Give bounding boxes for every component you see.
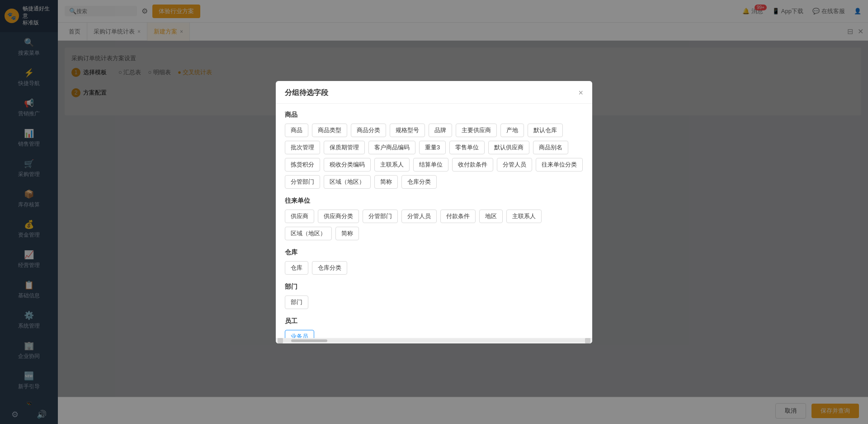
field-tag-goods-type[interactable]: 商品类型 [312, 124, 347, 137]
field-tag-customer-code[interactable]: 客户商品编码 [368, 141, 415, 154]
field-section-title-department: 部门 [285, 283, 583, 291]
field-section-partner: 往来单位供应商供应商分类分管部门分管人员付款条件地区主联系人区域（地区）简称 [285, 197, 583, 240]
modal-header: 分组待选字段 × [276, 81, 592, 104]
field-section-title-goods: 商品 [285, 111, 583, 119]
field-section-department: 部门部门 [285, 283, 583, 309]
field-tag-short2[interactable]: 简称 [335, 227, 359, 240]
field-tag-supplier[interactable]: 供应商 [285, 210, 314, 223]
field-tag-dept-staff[interactable]: 分管人员 [401, 210, 437, 223]
field-tag-region[interactable]: 区域（地区） [324, 175, 371, 189]
field-tag-payment-terms[interactable]: 收付款条件 [452, 158, 493, 172]
field-tag-batch-mgmt[interactable]: 批次管理 [285, 141, 320, 154]
field-tag-short-name[interactable]: 简称 [374, 175, 398, 189]
field-tag-pay-terms[interactable]: 付款条件 [440, 210, 476, 223]
modal-close-btn[interactable]: × [578, 89, 583, 97]
field-tag-manager[interactable]: 分管人员 [497, 158, 532, 172]
field-tags-goods: 商品商品类型商品分类规格型号品牌主要供应商产地默认仓库批次管理保质期管理客户商品… [285, 124, 583, 189]
field-tag-supplier-category[interactable]: 供应商分类 [318, 210, 359, 223]
field-section-title-warehouse: 仓库 [285, 248, 583, 257]
field-tag-weight3[interactable]: 重量3 [419, 141, 446, 154]
field-tags-employee: 业务员 [285, 330, 583, 338]
field-tag-contact[interactable]: 主联系人 [506, 210, 542, 223]
field-section-warehouse: 仓库仓库仓库分类 [285, 248, 583, 275]
field-tag-goods-alias[interactable]: 商品别名 [533, 141, 568, 154]
field-tag-spec-type[interactable]: 规格型号 [390, 124, 425, 137]
field-tag-retail-unit[interactable]: 零售单位 [449, 141, 485, 154]
field-tag-goods[interactable]: 商品 [285, 124, 308, 137]
field-tags-partner: 供应商供应商分类分管部门分管人员付款条件地区主联系人区域（地区）简称 [285, 210, 583, 240]
field-tag-warehouse-category[interactable]: 仓库分类 [401, 175, 437, 189]
field-tag-default-supplier[interactable]: 默认供应商 [488, 141, 529, 154]
field-tag-main-contact[interactable]: 主联系人 [374, 158, 410, 172]
field-tag-region2[interactable]: 区域（地区） [285, 227, 332, 240]
field-tag-mgmt-dept[interactable]: 分管部门 [285, 175, 320, 189]
field-tag-brand[interactable]: 品牌 [429, 124, 452, 137]
field-tag-wh-cat[interactable]: 仓库分类 [312, 261, 347, 275]
field-tag-goods-category[interactable]: 商品分类 [351, 124, 386, 137]
field-tag-area[interactable]: 地区 [479, 210, 503, 223]
field-tag-main-supplier[interactable]: 主要供应商 [456, 124, 497, 137]
modal-body: 商品商品商品类型商品分类规格型号品牌主要供应商产地默认仓库批次管理保质期管理客户… [276, 104, 592, 338]
field-tags-warehouse: 仓库仓库分类 [285, 261, 583, 275]
field-tag-default-warehouse[interactable]: 默认仓库 [528, 124, 563, 137]
field-tag-dept[interactable]: 分管部门 [363, 210, 398, 223]
field-tag-from-unit-category[interactable]: 往来单位分类 [536, 158, 583, 172]
field-section-employee: 员工业务员 [285, 317, 583, 338]
field-tag-salesperson[interactable]: 业务员 [285, 330, 314, 338]
modal-title: 分组待选字段 [285, 88, 328, 98]
field-section-title-employee: 员工 [285, 317, 583, 325]
field-tag-expiry-mgmt[interactable]: 保质期管理 [324, 141, 365, 154]
field-tag-pick-points[interactable]: 拣货积分 [285, 158, 320, 172]
field-section-goods: 商品商品商品类型商品分类规格型号品牌主要供应商产地默认仓库批次管理保质期管理客户… [285, 111, 583, 189]
modal-dialog: 分组待选字段 × 商品商品商品类型商品分类规格型号品牌主要供应商产地默认仓库批次… [276, 81, 592, 343]
field-tag-wh[interactable]: 仓库 [285, 261, 308, 275]
field-tag-dep[interactable]: 部门 [285, 295, 308, 309]
modal-horizontal-scrollbar[interactable] [276, 338, 592, 343]
field-tag-tax-code[interactable]: 税收分类编码 [324, 158, 371, 172]
modal-overlay: 分组待选字段 × 商品商品商品类型商品分类规格型号品牌主要供应商产地默认仓库批次… [0, 0, 868, 424]
field-tags-department: 部门 [285, 295, 583, 309]
field-section-title-partner: 往来单位 [285, 197, 583, 205]
field-tag-settle-unit[interactable]: 结算单位 [413, 158, 448, 172]
field-tag-origin[interactable]: 产地 [500, 124, 524, 137]
